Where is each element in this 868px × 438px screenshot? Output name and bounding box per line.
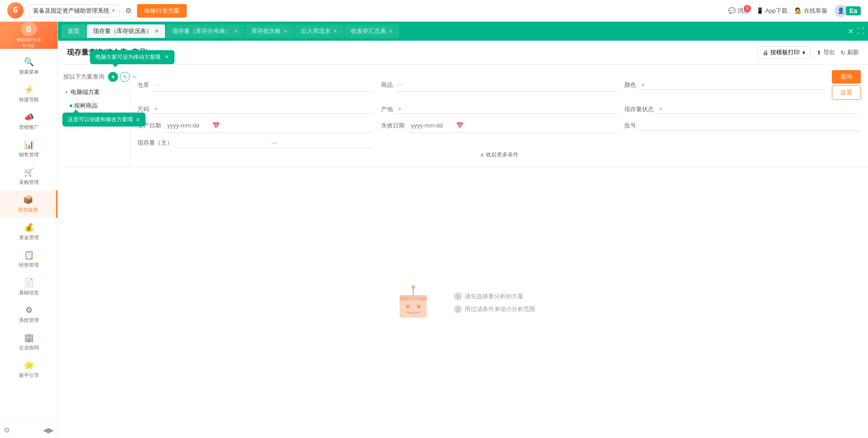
scheme-tooltip-close[interactable]: ✕ [165, 54, 169, 60]
filter-section: 按以下方案查询 + ✎ ← 电脑方案可设为移动方案哦 ✕ [58, 65, 868, 167]
dropdown-chevron-icon: ▼ [111, 8, 116, 13]
scheme-desktop[interactable]: ▼ 电脑端方案 [58, 85, 130, 99]
finance-icon: 💰 [24, 222, 34, 232]
finance-label: 资金管理 [19, 234, 39, 241]
collapse-row[interactable]: ∧ 收起更多条件 [137, 148, 861, 161]
reset-button[interactable]: 设置 [832, 85, 861, 100]
tab-inventory-status[interactable]: 现存量（库存状况表） ✕ [87, 24, 165, 38]
scheme-tooltip: 电脑方案可设为移动方案哦 ✕ [90, 50, 175, 64]
warehouse-input-wrap[interactable]: ··· [152, 78, 374, 92]
origin-select-wrap[interactable]: ▼ [396, 104, 618, 114]
svg-point-3 [406, 305, 410, 308]
data-area: 1 请先选择要分析的方案 2 用过滤条件来缩小分析范围 [58, 167, 868, 438]
tab-close-inventory-dist[interactable]: ✕ [234, 28, 238, 34]
collapse-sidebar-icon[interactable]: ◀▶ [43, 426, 54, 434]
operation-icon: 📋 [24, 250, 34, 260]
sidebar-item-purchase[interactable]: 🛒 采购管理 [0, 163, 57, 190]
stock-max-input[interactable] [281, 139, 372, 146]
refresh-button[interactable]: ↻ 刷新 [840, 48, 859, 57]
stock-main-range: — [175, 137, 374, 148]
exp-date-input-wrap: 📅 [407, 118, 618, 133]
sidebar-item-guide[interactable]: 🌟 新手引导 [0, 356, 57, 383]
sidebar-item-enterprise[interactable]: 🏢 企业协同 [0, 328, 57, 356]
tab-close-recv-summary[interactable]: ✕ [389, 28, 393, 34]
tree-collapse-icon: ▼ [64, 90, 69, 95]
print-button[interactable]: 🖨 按模板打印 ▼ [758, 46, 811, 59]
scheme-desktop-sub[interactable]: 按树商品 这里可以创建和修改方案哦 ✕ [58, 99, 130, 113]
hint-1-num: 1 [454, 292, 462, 301]
online-service-action[interactable]: 💁 在线客服 [795, 7, 827, 15]
sidebar-item-sales[interactable]: 📊 销售管理 [0, 135, 57, 163]
sidebar-item-operation[interactable]: 📋 经营管理 [0, 245, 57, 273]
stock-status-select-wrap[interactable]: ▼ [656, 104, 861, 114]
tab-close-batch-ledger[interactable]: ✕ [283, 28, 288, 34]
page-actions: 🖨 按模板打印 ▼ ⬆ 导出 ↻ 刷新 [758, 46, 859, 59]
warehouse-label: 仓库 [137, 81, 149, 89]
exp-date-input[interactable] [409, 120, 454, 131]
query-button[interactable]: 查询 [832, 70, 861, 84]
gear-icon[interactable]: ⚙ [125, 6, 132, 15]
close-all-tabs-icon[interactable]: ✕ [848, 27, 854, 36]
color-select-wrap[interactable]: ▼ [639, 80, 826, 90]
edit-scheme-button[interactable]: ✎ [120, 72, 130, 82]
empty-illustration [391, 279, 436, 326]
fullscreen-icon[interactable]: ⛶ [857, 27, 864, 36]
user-initial: Ea [846, 6, 861, 15]
tab-close-in-out-flow[interactable]: ✕ [333, 28, 337, 34]
message-action[interactable]: 💬 消息 6 [728, 7, 749, 15]
sidebar-item-search[interactable]: 🔍 搜索菜单 [0, 52, 57, 80]
sidebar-item-basic[interactable]: 📄 基础信息 [0, 273, 57, 301]
stock-min-input[interactable] [177, 139, 268, 146]
user-action[interactable]: 👤 用户 Ea [835, 5, 861, 17]
create-tooltip-close[interactable]: ✕ [136, 117, 140, 123]
mfg-date-calendar-icon[interactable]: 📅 [212, 122, 220, 129]
search-buttons: 查询 设置 [832, 70, 861, 100]
sidebar: 6 畅销通好生意 标准版 🔍 搜索菜单 ⚡ 快捷导航 📣 营销推 [0, 22, 58, 438]
system-icon: ⚙ [25, 305, 33, 315]
system-title: 装备及固定资产辅助管理系统 [33, 7, 109, 15]
warehouse-dots[interactable]: ··· [154, 80, 160, 89]
goods-filter: 商品 ··· [381, 78, 618, 92]
goods-dots[interactable]: ··· [397, 80, 404, 89]
home-tab-label: 首页 [68, 27, 80, 35]
inventory-status-tab-label: 现存量（库存状况表） [93, 27, 152, 35]
app-download-action[interactable]: 📱 App下载 [756, 7, 788, 15]
sales-icon: 📊 [24, 140, 34, 150]
inventory-icon: 📦 [23, 195, 33, 205]
tooltip-arrow [113, 64, 118, 67]
sidebar-item-marketing[interactable]: 📣 营销推广 [0, 108, 57, 135]
mobile-icon: 📱 [756, 7, 764, 14]
mfg-date-input[interactable] [165, 120, 211, 131]
mfg-date-input-wrap: 📅 [164, 118, 374, 133]
avatar-icon: 👤 [837, 7, 844, 14]
sidebar-item-finance[interactable]: 💰 资金管理 [0, 218, 57, 245]
top-header: 6 装备及固定资产辅助管理系统 ▼ ⚙ 体验行业方案 💬 消息 6 📱 App下… [0, 0, 868, 22]
goods-input-wrap[interactable]: ··· [396, 78, 618, 92]
scheme-arrow-icon[interactable]: ← [132, 73, 139, 81]
export-button[interactable]: ⬆ 导出 [816, 48, 835, 57]
sidebar-item-inventory[interactable]: 📦 库存核算 [0, 190, 57, 218]
tab-recv-summary[interactable]: 收发存汇总表 ✕ [344, 24, 399, 38]
batch-input[interactable] [641, 122, 859, 129]
sidebar-item-quicknav[interactable]: ⚡ 快捷导航 [0, 80, 57, 108]
sidebar-item-system[interactable]: ⚙ 系统管理 [0, 301, 57, 328]
page-content: 现存量查询(按仓库+商品) 🖨 按模板打印 ▼ ⬆ 导出 ↻ [58, 41, 868, 438]
industry-button[interactable]: 体验行业方案 [137, 4, 187, 18]
settings-icon[interactable]: ⚙ [4, 426, 10, 434]
create-tooltip-arrow [73, 109, 79, 113]
tab-close-inventory-status[interactable]: ✕ [155, 28, 159, 34]
tab-in-out-flow[interactable]: 出入库流水 ✕ [295, 24, 344, 38]
size-select-wrap[interactable]: ▼ [152, 104, 374, 114]
filter-row-2: 尺码 ▼ 产地 ▼ [137, 104, 861, 114]
goods-label: 商品 [381, 81, 393, 89]
tab-inventory-dist[interactable]: 现存量（库存分布表） ✕ [166, 24, 244, 38]
basic-icon: 📄 [24, 278, 34, 287]
operation-label: 经营管理 [19, 262, 39, 268]
exp-date-calendar-icon[interactable]: 📅 [456, 122, 463, 129]
tab-home[interactable]: 首页 [61, 24, 86, 38]
collapse-arrow-icon: ∧ [480, 152, 484, 158]
tab-batch-ledger[interactable]: 库存批次账 ✕ [245, 24, 294, 38]
batch-input-wrap[interactable] [639, 120, 861, 131]
add-scheme-button[interactable]: + [108, 72, 118, 82]
system-selector[interactable]: 装备及固定资产辅助管理系统 ▼ [29, 5, 120, 17]
